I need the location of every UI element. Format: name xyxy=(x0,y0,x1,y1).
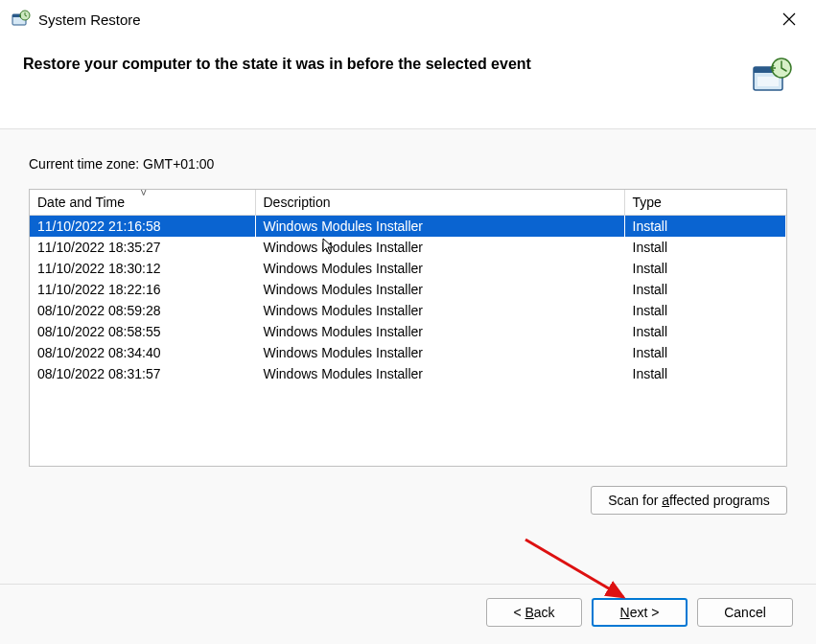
cell-type: Install xyxy=(624,237,786,258)
table-row[interactable]: 08/10/2022 08:34:40Windows Modules Insta… xyxy=(30,342,786,363)
cell-date: 11/10/2022 21:16:58 xyxy=(30,216,255,237)
cell-desc: Windows Modules Installer xyxy=(255,216,624,237)
table-row[interactable] xyxy=(30,384,786,405)
cell-desc xyxy=(255,384,624,405)
table-row[interactable] xyxy=(30,426,786,448)
cell-desc: Windows Modules Installer xyxy=(255,321,624,342)
back-label-post: ack xyxy=(534,605,555,620)
table-row[interactable]: 08/10/2022 08:59:28Windows Modules Insta… xyxy=(30,300,786,321)
table-row[interactable]: 11/10/2022 18:22:16Windows Modules Insta… xyxy=(30,279,786,300)
scan-button-row: Scan for affected programs xyxy=(29,467,787,522)
cancel-button[interactable]: Cancel xyxy=(697,598,793,627)
cell-desc: Windows Modules Installer xyxy=(255,237,624,258)
column-header-type[interactable]: Type xyxy=(624,190,786,216)
back-label-accel: B xyxy=(525,605,533,620)
table-row[interactable]: 11/10/2022 21:16:58Windows Modules Insta… xyxy=(30,216,786,237)
cell-desc: Windows Modules Installer xyxy=(255,279,624,300)
cell-desc: Windows Modules Installer xyxy=(255,258,624,279)
cell-type: Install xyxy=(624,363,786,384)
cell-date xyxy=(30,384,255,405)
next-button[interactable]: Next > xyxy=(592,598,688,627)
next-label-accel: N xyxy=(620,605,630,620)
wizard-header: Restore your computer to the state it wa… xyxy=(0,38,816,128)
content-area: Current time zone: GMT+01:00 Date and Ti… xyxy=(0,129,816,584)
cell-type: Install xyxy=(624,300,786,321)
cell-type: Install xyxy=(624,279,786,300)
page-title: Restore your computer to the state it wa… xyxy=(23,56,751,73)
table-row[interactable]: 11/10/2022 18:35:27Windows Modules Insta… xyxy=(30,237,786,258)
cell-type xyxy=(624,405,786,426)
cell-type: Install xyxy=(624,258,786,279)
back-button[interactable]: < Back xyxy=(486,598,582,627)
cell-type: Install xyxy=(624,216,786,237)
sort-descending-icon: ⋁ xyxy=(140,189,147,196)
cell-date: 08/10/2022 08:34:40 xyxy=(30,342,255,363)
cell-date: 11/10/2022 18:35:27 xyxy=(30,237,255,258)
column-header-date[interactable]: Date and Time⋁ xyxy=(30,190,255,216)
system-restore-large-icon xyxy=(751,56,793,98)
system-restore-icon xyxy=(12,10,31,29)
cell-date: 11/10/2022 18:22:16 xyxy=(30,279,255,300)
cell-type: Install xyxy=(624,342,786,363)
svg-rect-5 xyxy=(758,77,779,86)
wizard-button-bar: < Back Next > Cancel xyxy=(0,584,816,644)
next-label-post: ext > xyxy=(630,605,660,620)
close-icon xyxy=(782,12,796,26)
restore-points-table[interactable]: Date and Time⋁ Description Type 11/10/20… xyxy=(29,189,787,467)
window-title: System Restore xyxy=(38,12,774,28)
column-header-description[interactable]: Description xyxy=(255,190,624,216)
table-row[interactable] xyxy=(30,405,786,426)
table-header-row: Date and Time⋁ Description Type xyxy=(30,190,786,216)
timezone-label: Current time zone: GMT+01:00 xyxy=(29,156,787,172)
cell-desc: Windows Modules Installer xyxy=(255,363,624,384)
scan-label-post: ffected programs xyxy=(669,493,770,508)
cell-desc xyxy=(255,405,624,426)
scan-label-pre: Scan for xyxy=(608,493,662,508)
cell-date: 11/10/2022 18:30:12 xyxy=(30,258,255,279)
column-header-date-label: Date and Time xyxy=(37,195,125,210)
close-button[interactable] xyxy=(774,4,804,34)
cell-type xyxy=(624,426,786,448)
titlebar: System Restore xyxy=(0,0,816,38)
cell-type xyxy=(624,384,786,405)
cell-date: 08/10/2022 08:59:28 xyxy=(30,300,255,321)
back-label-pre: < xyxy=(513,605,525,620)
scan-affected-programs-button[interactable]: Scan for affected programs xyxy=(591,486,787,515)
cell-type: Install xyxy=(624,321,786,342)
cell-desc: Windows Modules Installer xyxy=(255,342,624,363)
scan-label-accel: a xyxy=(662,493,669,508)
cell-date xyxy=(30,426,255,448)
cell-date: 08/10/2022 08:58:55 xyxy=(30,321,255,342)
cell-date: 08/10/2022 08:31:57 xyxy=(30,363,255,384)
cell-date xyxy=(30,405,255,426)
table-row[interactable]: 08/10/2022 08:31:57Windows Modules Insta… xyxy=(30,363,786,384)
table-row[interactable]: 11/10/2022 18:30:12Windows Modules Insta… xyxy=(30,258,786,279)
cell-desc: Windows Modules Installer xyxy=(255,300,624,321)
cell-desc xyxy=(255,426,624,448)
table-row[interactable]: 08/10/2022 08:58:55Windows Modules Insta… xyxy=(30,321,786,342)
